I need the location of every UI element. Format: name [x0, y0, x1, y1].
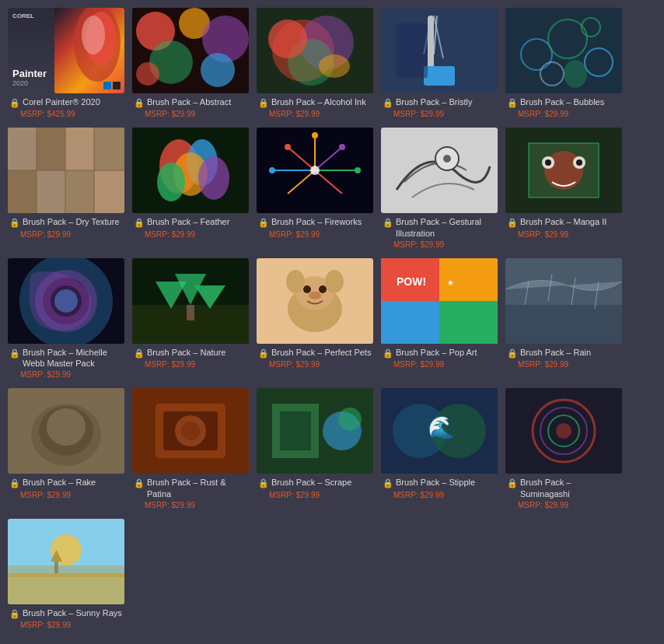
product-title-brush-popart: 🔒Brush Pack – Pop Art	[383, 347, 496, 359]
svg-rect-90	[381, 301, 439, 344]
product-card-corel-painter[interactable]: COREL Painter 2020 🔒Corel Painter® 2020M…	[8, 8, 124, 120]
product-image-brush-scrape	[257, 388, 373, 474]
svg-point-48	[198, 156, 229, 200]
product-info-brush-bubbles: 🔒Brush Pack – BubblesMSRP: $29.99	[505, 93, 622, 120]
product-card-brush-rake[interactable]: 🔒Brush Pack – RakeMSRP: $29.99	[8, 388, 124, 511]
product-card-brush-rust[interactable]: 🔒Brush Pack – Rust & PatinaMSRP: $29.99	[132, 388, 249, 511]
product-title-brush-rain: 🔒Brush Pack – Rain	[507, 347, 620, 359]
product-title-brush-fireworks: 🔒Brush Pack – Fireworks	[258, 216, 372, 228]
svg-point-108	[181, 422, 200, 440]
svg-point-9	[136, 62, 159, 86]
product-title-text-corel-painter: Corel Painter® 2020	[23, 96, 100, 107]
product-card-brush-stipple[interactable]: 🌊 🔒Brush Pack – StippleMSRP: $29.99	[381, 388, 498, 511]
product-card-brush-popart[interactable]: POW! ★ 🔒Brush Pack – Pop ArtMSRP: $29.99	[381, 258, 498, 381]
lock-icon: 🔒	[507, 217, 518, 228]
product-price-brush-manga: MSRP: $29.99	[507, 230, 620, 239]
product-card-brush-michelle[interactable]: 🔒Brush Pack – Michelle Webb Master PackM…	[8, 258, 124, 381]
lock-icon: 🔒	[9, 217, 20, 228]
product-title-text-brush-rain: Brush Pack – Rain	[520, 347, 591, 358]
product-title-brush-stipple: 🔒Brush Pack – Stipple	[383, 477, 496, 488]
svg-rect-18	[424, 66, 455, 86]
svg-rect-31	[8, 128, 37, 170]
product-title-corel-painter: 🔒Corel Painter® 2020	[9, 96, 123, 108]
product-image-brush-popart: POW! ★	[381, 258, 498, 344]
lock-icon: 🔒	[9, 97, 20, 108]
product-image-brush-fireworks	[257, 128, 373, 213]
svg-point-84	[309, 292, 321, 299]
product-price-brush-scrape: MSRP: $29.99	[258, 491, 372, 499]
product-info-brush-fireworks: 🔒Brush Pack – FireworksMSRP: $29.99	[257, 213, 373, 240]
product-title-brush-abstract: 🔒Brush Pack – Abstract	[134, 96, 247, 108]
product-title-text-brush-dry: Brush Pack – Dry Texture	[23, 216, 120, 227]
product-title-text-brush-popart: Brush Pack – Pop Art	[396, 347, 477, 358]
svg-point-29	[564, 60, 587, 88]
product-title-text-brush-gestural: Brush Pack – Gestural Illustration	[396, 216, 496, 239]
product-title-brush-feather: 🔒Brush Pack – Feather	[134, 216, 247, 228]
svg-point-85	[286, 270, 305, 293]
product-price-brush-pets: MSRP: $29.99	[258, 360, 372, 369]
product-card-brush-fireworks[interactable]: 🔒Brush Pack – FireworksMSRP: $29.99	[257, 128, 373, 250]
product-card-brush-rain[interactable]: 🔒Brush Pack – RainMSRP: $29.99	[505, 258, 622, 381]
product-title-text-brush-rust: Brush Pack – Rust & Patina	[147, 477, 247, 499]
product-title-text-brush-fireworks: Brush Pack – Fireworks	[271, 216, 362, 227]
svg-point-47	[157, 163, 185, 201]
product-image-brush-rust	[132, 388, 249, 474]
product-title-text-brush-pets: Brush Pack – Perfect Pets	[271, 347, 371, 358]
product-card-brush-sunny[interactable]: 🔒Brush Pack – Sunny RaysMSRP: $29.99	[8, 519, 124, 631]
product-info-brush-abstract: 🔒Brush Pack – AbstractMSRP: $29.99	[132, 93, 249, 120]
product-title-brush-bristly: 🔒Brush Pack – Bristly	[383, 96, 496, 108]
svg-rect-35	[8, 170, 37, 213]
product-info-brush-rain: 🔒Brush Pack – RainMSRP: $29.99	[505, 344, 622, 370]
svg-rect-127	[54, 562, 58, 573]
product-image-brush-suminagashi	[505, 388, 622, 474]
product-card-brush-suminagashi[interactable]: 🔒Brush Pack – SuminagashiMSRP: $29.99	[505, 388, 622, 511]
svg-rect-22	[397, 23, 428, 78]
product-card-brush-nature[interactable]: 🔒Brush Pack – NatureMSRP: $29.99	[132, 258, 249, 381]
product-price-brush-rust: MSRP: $29.99	[134, 501, 247, 509]
svg-point-2	[82, 16, 105, 54]
product-card-brush-alcohol[interactable]: 🔒Brush Pack – Alcohol InkMSRP: $29.99	[257, 8, 373, 120]
svg-rect-91	[439, 301, 498, 344]
product-price-brush-dry: MSRP: $29.99	[9, 230, 123, 239]
product-title-brush-alcohol: 🔒Brush Pack – Alcohol Ink	[258, 96, 372, 108]
product-card-brush-feather[interactable]: 🔒Brush Pack – FeatherMSRP: $29.99	[132, 128, 249, 250]
product-info-brush-manga: 🔒Brush Pack – Manga IIMSRP: $29.99	[505, 213, 622, 240]
product-title-brush-scrape: 🔒Brush Pack – Scrape	[258, 477, 372, 488]
product-price-brush-popart: MSRP: $29.99	[383, 360, 496, 369]
product-card-brush-bubbles[interactable]: 🔒Brush Pack – BubblesMSRP: $29.99	[505, 8, 622, 120]
svg-point-113	[338, 408, 362, 431]
product-price-brush-nature: MSRP: $29.99	[134, 360, 247, 369]
product-card-brush-scrape[interactable]: 🔒Brush Pack – ScrapeMSRP: $29.99	[257, 388, 373, 511]
svg-text:★: ★	[447, 278, 454, 287]
lock-icon: 🔒	[258, 97, 269, 108]
product-title-text-brush-suminagashi: Brush Pack – Suminagashi	[520, 477, 620, 499]
product-price-brush-bristly: MSRP: $29.99	[383, 110, 496, 118]
svg-point-59	[339, 144, 345, 150]
svg-rect-95	[505, 305, 622, 344]
product-image-brush-michelle	[8, 258, 124, 344]
product-title-brush-bubbles: 🔒Brush Pack – Bubbles	[507, 96, 620, 108]
product-image-brush-rake	[8, 388, 124, 474]
svg-point-103	[47, 408, 86, 446]
lock-icon: 🔒	[383, 348, 393, 359]
product-info-brush-nature: 🔒Brush Pack – NatureMSRP: $29.99	[132, 344, 249, 370]
product-card-brush-pets[interactable]: 🔒Brush Pack – Perfect PetsMSRP: $29.99	[257, 258, 373, 381]
product-price-brush-stipple: MSRP: $29.99	[383, 491, 496, 499]
product-title-brush-rake: 🔒Brush Pack – Rake	[9, 477, 123, 488]
product-card-brush-dry[interactable]: 🔒Brush Pack – Dry TextureMSRP: $29.99	[8, 128, 124, 250]
product-image-brush-manga	[505, 128, 622, 213]
product-card-brush-manga[interactable]: 🔒Brush Pack – Manga IIMSRP: $29.99	[505, 128, 622, 250]
lock-icon: 🔒	[507, 97, 518, 108]
lock-icon: 🔒	[134, 97, 145, 108]
product-card-brush-gestural[interactable]: 🔒Brush Pack – Gestural IllustrationMSRP:…	[381, 128, 498, 250]
product-image-brush-nature	[132, 258, 249, 344]
svg-text:🌊: 🌊	[428, 415, 455, 440]
product-title-text-brush-scrape: Brush Pack – Scrape	[271, 477, 351, 488]
svg-rect-126	[8, 565, 124, 577]
svg-point-71	[576, 159, 582, 166]
product-card-brush-abstract[interactable]: 🔒Brush Pack – AbstractMSRP: $29.99	[132, 8, 249, 120]
product-title-text-brush-bubbles: Brush Pack – Bubbles	[520, 96, 604, 107]
product-card-brush-bristly[interactable]: 🔒Brush Pack – BristlyMSRP: $29.99	[381, 8, 498, 120]
svg-point-15	[319, 54, 350, 78]
product-price-brush-rake: MSRP: $29.99	[9, 491, 123, 499]
